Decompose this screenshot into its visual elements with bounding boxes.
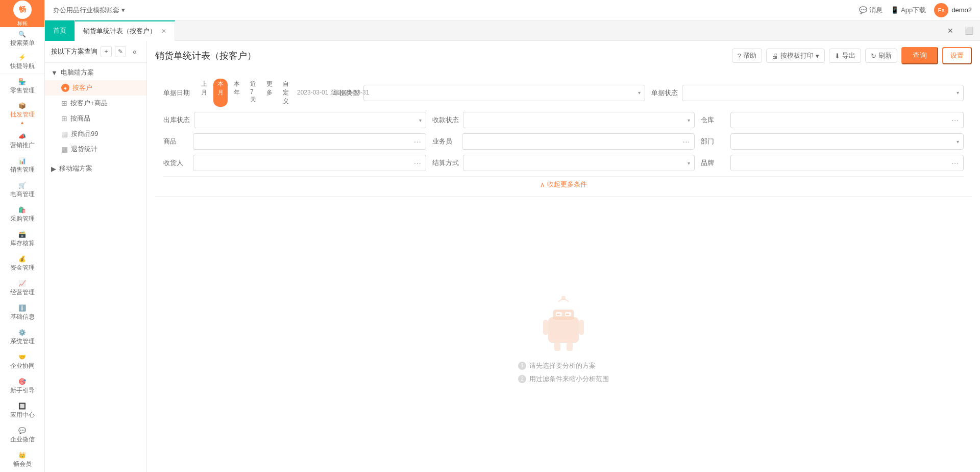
sidebar-item-guide[interactable]: 🎯 新手引导 — [0, 374, 45, 398]
sidebar-item-quick-nav[interactable]: ⚡ 快捷导航 — [0, 51, 45, 74]
date-tabs: 上月 本月 本年 近7天 更多 自定义 — [197, 79, 293, 107]
brand-label: 品牌 — [701, 158, 726, 168]
ecommerce-icon: 🛒 — [18, 182, 26, 189]
out-status-input[interactable]: ▾ — [194, 112, 426, 128]
warehouse-input[interactable]: ··· — [730, 112, 964, 128]
goods-input[interactable]: ··· — [193, 133, 426, 150]
date-tab-more[interactable]: 更多 — [262, 79, 277, 107]
scheme-group-mobile-header[interactable]: ▶ 移动端方案 — [45, 161, 146, 176]
svg-rect-6 — [543, 320, 548, 335]
scheme-item-by-goods[interactable]: ⊞ 按商品 — [45, 111, 146, 126]
tip-num-1: 1 — [518, 362, 526, 370]
scheme-item-by-goods-label: 按商品 — [70, 114, 90, 123]
scheme-item-by-goods99[interactable]: ▦ 按商品99 — [45, 126, 146, 141]
date-tab-this-month[interactable]: 本月 — [213, 79, 228, 107]
sidebar-item-enterprise-wechat[interactable]: 💬 企业微信 — [0, 423, 45, 447]
sidebar-item-inventory[interactable]: 🗃️ 库存核算 — [0, 227, 45, 251]
receipt-status-input[interactable]: ▾ — [463, 112, 695, 128]
sidebar-item-basic-info[interactable]: ℹ️ 基础信息 — [0, 300, 45, 325]
tab-bar-actions: ✕ ⬜ — [943, 23, 980, 38]
brand-ellipsis-icon: ··· — [951, 159, 959, 167]
settlement-input[interactable]: ▾ — [463, 155, 695, 171]
scheme-item-by-customer[interactable]: ● 按客户 — [45, 80, 146, 96]
order-type-input[interactable]: ▾ — [363, 85, 645, 101]
scheme-item-by-customer-goods-label: 按客户+商品 — [70, 99, 108, 108]
salesperson-input[interactable]: ··· — [462, 133, 695, 150]
settlement-filter: 结算方式 ▾ — [432, 155, 695, 171]
sidebar-quicknav-label: 快捷导航 — [10, 62, 35, 70]
sidebar-item-retail[interactable]: 🏪 零售管理 — [0, 74, 45, 99]
user-name: demo2 — [951, 6, 972, 14]
sidebar-item-app-center[interactable]: 🔲 应用中心 — [0, 398, 45, 423]
refresh-icon: ↻ — [871, 52, 876, 60]
scheme-item-by-customer-goods[interactable]: ⊞ 按客户+商品 — [45, 96, 146, 111]
tab-close-window-button[interactable]: ✕ — [943, 23, 958, 38]
department-filter: 部门 ▾ — [701, 133, 964, 150]
sidebar-item-wholesale[interactable]: 📦 批发管理 ▲ — [0, 99, 45, 129]
date-label: 单据日期 — [163, 88, 189, 98]
desktop-group-toggle-icon: ▼ — [51, 69, 58, 77]
template-print-button[interactable]: 🖨 按模板打印 ▾ — [766, 49, 825, 63]
warehouse-label: 仓库 — [701, 115, 726, 125]
sidebar-item-system[interactable]: ⚙️ 系统管理 — [0, 325, 45, 349]
consignee-input[interactable]: ··· — [193, 155, 426, 171]
message-button[interactable]: 💬 消息 — [859, 6, 883, 15]
collapse-bar[interactable]: ∧ 收起更多条件 — [163, 176, 964, 192]
app-download-button[interactable]: 📱 App下载 — [891, 6, 926, 15]
warehouse-filter: 仓库 ··· — [701, 112, 964, 128]
date-tab-7days[interactable]: 近7天 — [246, 79, 260, 107]
brand-filter: 品牌 ··· — [701, 155, 964, 171]
department-input[interactable]: ▾ — [730, 133, 964, 150]
help-button[interactable]: ? 帮助 — [732, 49, 762, 63]
scheme-add-button[interactable]: + — [101, 46, 112, 57]
scheme-title: 按以下方案查询 — [51, 47, 97, 56]
date-filter: 单据日期 上月 本月 本年 近7天 更多 自定义 2023-03-01 至 20… — [163, 79, 327, 107]
date-tab-last-month[interactable]: 上月 — [197, 79, 211, 107]
goods-filter: 商品 ··· — [163, 133, 426, 150]
sidebar-item-ecommerce[interactable]: 🛒 电商管理 — [0, 178, 45, 202]
scheme-collapse-button[interactable]: « — [129, 46, 140, 57]
query-button[interactable]: 查询 — [901, 47, 938, 64]
grid-icon-1: ⊞ — [61, 99, 67, 107]
tab-close-icon[interactable]: ✕ — [161, 28, 166, 35]
user-info[interactable]: Ea demo2 — [934, 3, 972, 17]
sidebar-finance-label: 资金管理 — [10, 264, 35, 272]
breadcrumb-arrow-icon: ▾ — [121, 6, 125, 14]
query-toolbar: 销货单统计表（按客户） ? 帮助 🖨 按模板打印 ▾ ⬇ — [147, 41, 980, 203]
filter-row-1: 单据日期 上月 本月 本年 近7天 更多 自定义 2023-03-01 至 20… — [163, 79, 964, 107]
bar-icon-2: ▦ — [61, 145, 68, 153]
date-tab-custom[interactable]: 自定义 — [279, 79, 293, 107]
sidebar-item-finance[interactable]: 💰 资金管理 — [0, 251, 45, 276]
brand-input[interactable]: ··· — [730, 155, 964, 171]
sidebar-item-sales[interactable]: 📊 销售管理 — [0, 153, 45, 178]
filter-area: 单据日期 上月 本月 本年 近7天 更多 自定义 2023-03-01 至 20… — [155, 75, 972, 197]
print-icon: 🖨 — [772, 52, 778, 60]
scheme-edit-button[interactable]: ✎ — [115, 46, 126, 57]
sidebar-item-member[interactable]: 👑 畅会员 — [0, 447, 45, 472]
scheme-item-by-customer-label: 按客户 — [72, 83, 92, 92]
settlement-label: 结算方式 — [432, 158, 459, 168]
main-area: 办公用品行业模拟账套 ▾ 💬 消息 📱 App下载 Ea demo2 首页 — [45, 0, 980, 472]
export-button[interactable]: ⬇ 导出 — [829, 49, 861, 63]
sidebar-item-marketing[interactable]: 📣 营销推广 — [0, 129, 45, 153]
sidebar-item-operations[interactable]: 📈 经营管理 — [0, 276, 45, 300]
sidebar-item-search[interactable]: 🔍 搜索菜单 — [0, 27, 45, 51]
breadcrumb-dropdown[interactable]: 办公用品行业模拟账套 ▾ — [53, 6, 125, 15]
sidebar-item-enterprise-collab[interactable]: 🤝 企业协同 — [0, 349, 45, 374]
sidebar-item-purchase[interactable]: 🛍️ 采购管理 — [0, 202, 45, 227]
scheme-item-return-stats[interactable]: ▦ 退货统计 — [45, 141, 146, 157]
sidebar-operations-label: 经营管理 — [10, 288, 35, 297]
empty-tip-2: 2 用过滤条件来缩小分析范围 — [518, 374, 609, 384]
tab-home[interactable]: 首页 — [45, 20, 75, 41]
message-label: 消息 — [869, 6, 883, 15]
warehouse-ellipsis-icon: ··· — [951, 116, 959, 124]
sidebar-member-label: 畅会员 — [13, 460, 32, 468]
date-tab-this-year[interactable]: 本年 — [230, 79, 244, 107]
tab-restore-button[interactable]: ⬜ — [962, 23, 976, 38]
refresh-button[interactable]: ↻ 刷新 — [865, 49, 897, 63]
order-status-input[interactable]: ▾ — [682, 85, 964, 101]
settings-button[interactable]: 设置 — [942, 47, 972, 64]
tab-sales-stats[interactable]: 销货单统计表（按客户） ✕ — [75, 20, 175, 41]
filter-row-3: 商品 ··· 业务员 ··· 部门 — [163, 133, 964, 150]
scheme-group-desktop-header[interactable]: ▼ 电脑端方案 — [45, 65, 146, 80]
